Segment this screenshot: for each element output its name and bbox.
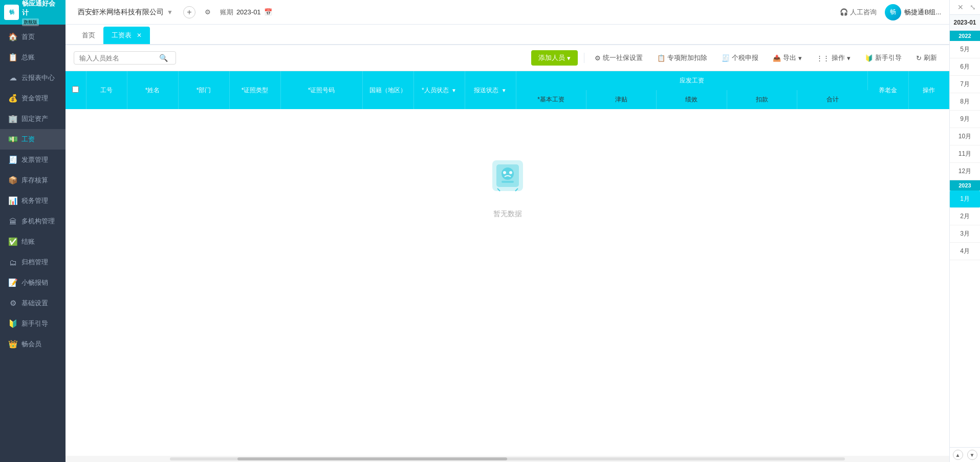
th-checkbox[interactable] bbox=[66, 71, 86, 109]
search-input[interactable] bbox=[79, 54, 156, 62]
year-label-2022: 2022 bbox=[950, 31, 980, 41]
sidebar-item-多机构管理[interactable]: 🏛 多机构管理 bbox=[0, 211, 66, 232]
ops-button[interactable]: ⋮⋮ 操作 ▾ bbox=[812, 51, 855, 65]
svg-point-5 bbox=[509, 171, 512, 174]
prev-year-button[interactable]: ▲ bbox=[953, 450, 963, 460]
month-item-2022-7月[interactable]: 7月 bbox=[950, 76, 980, 93]
headset-icon: 🎧 bbox=[840, 8, 848, 16]
close-panel-button[interactable]: ✕ bbox=[955, 2, 966, 12]
select-all-checkbox[interactable] bbox=[72, 86, 79, 93]
toolbar: 🔍 添加人员 ▾ ⚙ 统一社保设置 📋 专项附加扣除 🧾 个税申报 📤 bbox=[66, 45, 949, 71]
next-year-button[interactable]: ▼ bbox=[967, 450, 977, 460]
sidebar-item-云报表中心[interactable]: ☁ 云报表中心 bbox=[0, 68, 66, 88]
month-item-2022-11月[interactable]: 11月 bbox=[950, 145, 980, 163]
sidebar-item-小畅报销[interactable]: 📝 小畅报销 bbox=[0, 272, 66, 293]
settings-icon[interactable]: ⚙ bbox=[202, 6, 214, 18]
search-box[interactable]: 🔍 bbox=[74, 51, 176, 65]
empty-state: 暂无数据 bbox=[66, 109, 949, 260]
nav-icon-15: 👑 bbox=[8, 340, 17, 349]
divider-1 bbox=[584, 53, 584, 63]
sidebar-item-畅会员[interactable]: 👑 畅会员 bbox=[0, 334, 66, 354]
sidebar-item-结账[interactable]: ✅ 结账 bbox=[0, 232, 66, 252]
main-content: 西安虾米网络科技有限公司 ▼ + ⚙ 账期 2023-01 📅 🎧 人工咨询 畅… bbox=[66, 0, 949, 462]
add-person-label: 添加人员 bbox=[538, 53, 565, 62]
service-label: 人工咨询 bbox=[850, 8, 877, 17]
right-panel: ✕ ⤡ 2023-01 20225月6月7月8月9月10月11月12月20231… bbox=[949, 0, 980, 462]
sidebar-item-资金管理[interactable]: 💰 资金管理 bbox=[0, 88, 66, 109]
export-button[interactable]: 📤 导出 ▾ bbox=[769, 51, 806, 65]
th-status[interactable]: *人员状态 ▼ bbox=[413, 71, 465, 109]
user-menu[interactable]: 畅 畅捷通B组... bbox=[885, 4, 941, 20]
sidebar-nav: 🏠 首页📋 总账☁ 云报表中心💰 资金管理🏢 固定资产💵 工资🧾 发票管理📦 库… bbox=[0, 25, 66, 462]
sidebar-item-税务管理[interactable]: 📊 税务管理 bbox=[0, 191, 66, 211]
nav-label-3: 资金管理 bbox=[21, 94, 48, 103]
month-item-2023-2月[interactable]: 2月 bbox=[950, 208, 980, 225]
add-company-button[interactable]: + bbox=[183, 6, 195, 18]
panel-nav: ▲ ▼ bbox=[950, 447, 980, 462]
month-item-2023-1月[interactable]: 1月 bbox=[950, 191, 980, 208]
th-idno: *证照号码 bbox=[280, 71, 362, 109]
sidebar-item-首页[interactable]: 🏠 首页 bbox=[0, 27, 66, 47]
nav-icon-13: ⚙ bbox=[8, 299, 17, 308]
sidebar-item-发票管理[interactable]: 🧾 发票管理 bbox=[0, 150, 66, 170]
tax-report-button[interactable]: 🧾 个税申报 bbox=[717, 51, 763, 65]
sidebar-item-归档管理[interactable]: 🗂 归档管理 bbox=[0, 252, 66, 272]
nav-icon-11: 🗂 bbox=[8, 258, 17, 267]
nav-icon-6: 🧾 bbox=[8, 155, 17, 164]
expand-panel-button[interactable]: ⤡ bbox=[968, 2, 978, 12]
close-tab-icon[interactable]: ✕ bbox=[137, 32, 142, 39]
nav-icon-14: 🔰 bbox=[8, 319, 17, 328]
sidebar-item-固定资产[interactable]: 🏢 固定资产 bbox=[0, 109, 66, 129]
add-person-button[interactable]: 添加人员 ▾ bbox=[531, 50, 578, 66]
special-deduction-button[interactable]: 📋 专项附加扣除 bbox=[653, 51, 711, 65]
month-item-2022-10月[interactable]: 10月 bbox=[950, 128, 980, 145]
panel-year-header: 2023-01 bbox=[950, 15, 980, 31]
nav-label-4: 固定资产 bbox=[21, 114, 48, 123]
refresh-button[interactable]: ↻ 刷新 bbox=[912, 51, 941, 65]
tabs-bar: 首页 工资表 ✕ bbox=[66, 25, 949, 45]
status-filter-icon[interactable]: ▼ bbox=[451, 88, 456, 93]
scrollbar-track[interactable] bbox=[170, 457, 845, 460]
username: 畅捷通B组... bbox=[904, 8, 941, 17]
social-icon: ⚙ bbox=[595, 54, 601, 62]
month-item-2023-3月[interactable]: 3月 bbox=[950, 225, 980, 243]
social-insurance-button[interactable]: ⚙ 统一社保设置 bbox=[591, 51, 647, 65]
month-item-2023-4月[interactable]: 4月 bbox=[950, 243, 980, 260]
nav-icon-12: 📝 bbox=[8, 278, 17, 287]
guide-button[interactable]: 🔰 新手引导 bbox=[861, 51, 906, 65]
tab-salary[interactable]: 工资表 ✕ bbox=[103, 27, 150, 44]
calendar-icon[interactable]: 📅 bbox=[264, 8, 272, 16]
nav-label-10: 结账 bbox=[21, 237, 35, 246]
app-logo[interactable]: 畅 畅应通好会计 旗舰版 bbox=[0, 0, 66, 25]
company-name: 西安虾米网络科技有限公司 bbox=[78, 8, 164, 17]
th-dept: *部门 bbox=[178, 71, 229, 109]
month-item-2022-8月[interactable]: 8月 bbox=[950, 93, 980, 111]
month-item-2022-5月[interactable]: 5月 bbox=[950, 41, 980, 58]
company-selector[interactable]: 西安虾米网络科技有限公司 ▼ bbox=[74, 6, 177, 19]
sidebar-item-新手引导[interactable]: 🔰 新手引导 bbox=[0, 313, 66, 334]
month-item-2022-9月[interactable]: 9月 bbox=[950, 111, 980, 128]
sidebar-item-总账[interactable]: 📋 总账 bbox=[0, 47, 66, 68]
service-button[interactable]: 🎧 人工咨询 bbox=[840, 8, 877, 17]
export-icon: 📤 bbox=[773, 54, 781, 62]
th-pension: 养老金 bbox=[867, 71, 908, 109]
th-report[interactable]: 报送状态 ▼ bbox=[465, 71, 516, 109]
scrollbar-thumb[interactable] bbox=[237, 457, 508, 460]
sidebar: 畅 畅应通好会计 旗舰版 🏠 首页📋 总账☁ 云报表中心💰 资金管理🏢 固定资产… bbox=[0, 0, 66, 462]
sidebar-item-工资[interactable]: 💵 工资 bbox=[0, 129, 66, 150]
nav-icon-7: 📦 bbox=[8, 176, 17, 185]
month-item-2022-6月[interactable]: 6月 bbox=[950, 58, 980, 76]
avatar: 畅 bbox=[885, 4, 901, 20]
tab-home[interactable]: 首页 bbox=[74, 27, 103, 44]
nav-icon-2: ☁ bbox=[8, 73, 17, 82]
th-idtype: *证照类型 bbox=[229, 71, 280, 109]
search-icon: 🔍 bbox=[159, 54, 168, 62]
special-icon: 📋 bbox=[657, 54, 665, 62]
month-item-2022-12月[interactable]: 12月 bbox=[950, 163, 980, 180]
dropdown-icon: ▾ bbox=[567, 54, 571, 62]
table-scrollbar[interactable] bbox=[66, 456, 949, 462]
sidebar-item-基础设置[interactable]: ⚙ 基础设置 bbox=[0, 293, 66, 313]
table-header-row-1: 工号 *姓名 *部门 *证照类型 *证照号码 国籍（地区） bbox=[66, 71, 949, 90]
sidebar-item-库存核算[interactable]: 📦 库存核算 bbox=[0, 170, 66, 191]
report-filter-icon[interactable]: ▼ bbox=[502, 88, 507, 93]
